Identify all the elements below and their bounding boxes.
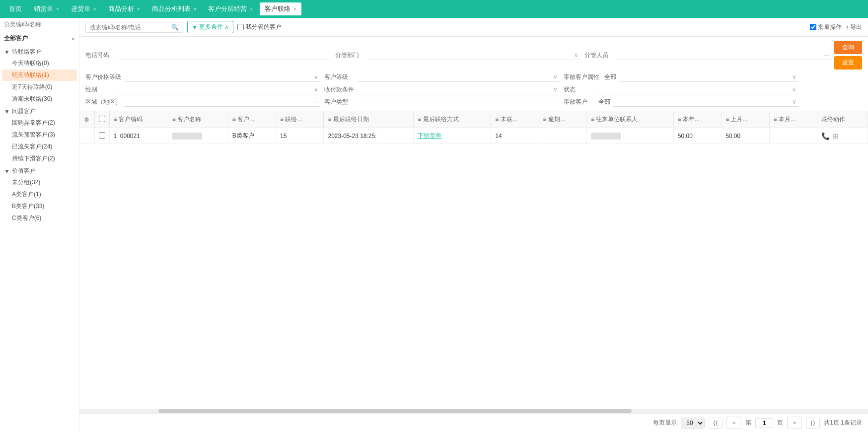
header-last-contact-date[interactable]: ≡ 最后联络日期 xyxy=(324,111,414,128)
search-input[interactable] xyxy=(90,24,169,31)
all-customers-header[interactable]: 全部客户 « xyxy=(0,31,79,46)
row-this-month-0 xyxy=(769,128,817,144)
nav-item-product-analysis[interactable]: 商品分析× xyxy=(103,2,145,15)
payment-select[interactable]: ∨ xyxy=(357,85,559,94)
page-unit-label: 页 xyxy=(777,419,783,427)
sidebar-item-churn-warning[interactable]: 流失预警客户(3) xyxy=(2,129,77,141)
sidebar-search-input[interactable] xyxy=(4,21,78,28)
payment-label: 收付款条件 xyxy=(324,85,354,94)
nav-close-product-analysis[interactable]: × xyxy=(137,6,140,12)
table-row: 1 000021 B类客户 15 2023-05-23 18:25: 下销货单 … xyxy=(79,128,868,144)
header-last-contact-method[interactable]: ≡ 最后联络方式 xyxy=(414,111,491,128)
phone-label: 电话号码 xyxy=(85,51,115,60)
sidebar-group-title-0[interactable]: ▼待联络客户 xyxy=(0,46,79,57)
person-field: 分管人员 ··· xyxy=(584,51,830,60)
person-select[interactable]: ··· xyxy=(617,51,830,60)
nav-close-customer-contact[interactable]: × xyxy=(293,6,296,12)
header-uncontacted[interactable]: ≡ 未联... xyxy=(491,111,539,128)
nav-item-sales[interactable]: 销货单× xyxy=(29,2,64,15)
filter-icon: ▼ xyxy=(192,24,198,31)
status-select[interactable]: ∨ xyxy=(596,85,798,94)
area-dots-icon[interactable]: ··· xyxy=(313,98,318,105)
filter-row-1: 电话号码 分管部门 ∨ 分管人员 ··· 查询 设置 xyxy=(85,41,862,70)
header-contact-count[interactable]: ≡ 联络... xyxy=(276,111,324,128)
header-last-month[interactable]: ≡ 上月... xyxy=(722,111,769,128)
area-select[interactable]: ··· xyxy=(124,97,320,107)
customer-name-label: ≡ 客户名称 xyxy=(172,116,201,123)
dept-select[interactable]: ∨ xyxy=(368,51,581,60)
my-customer-checkbox[interactable] xyxy=(237,24,244,30)
action-phone-icon-0[interactable]: 📞 xyxy=(821,132,830,140)
header-this-month[interactable]: ≡ 本月... xyxy=(769,111,817,128)
sidebar-item-class-b[interactable]: B类客户(33) xyxy=(2,201,77,212)
price-level-select[interactable]: ∨ xyxy=(124,72,320,82)
header-contact-person[interactable]: ≡ 往来单位联系人 xyxy=(586,111,673,128)
page-number-input[interactable] xyxy=(755,418,773,428)
nav-item-customer-contact[interactable]: 客户联络× xyxy=(260,2,301,15)
sidebar-group-title-2[interactable]: ▼价值客户 xyxy=(0,165,79,176)
row-code-0: 1 000021 xyxy=(109,128,168,144)
header-customer-code[interactable]: ≡ 客户编码 xyxy=(109,111,168,128)
sidebar-item-churned[interactable]: 已流失客户(24) xyxy=(2,141,77,152)
prev-page-button[interactable]: ＜ xyxy=(726,417,741,429)
sidebar-item-declining[interactable]: 持续下滑客户(2) xyxy=(2,153,77,164)
dept-field: 分管部门 ∨ xyxy=(335,51,581,60)
sidebar-item-today[interactable]: 今天待联络(0) xyxy=(2,58,77,69)
customer-level-select[interactable]: ∨ xyxy=(357,72,559,82)
last-page-button[interactable]: ⟩⟩ xyxy=(806,418,820,429)
phone-field: 电话号码 xyxy=(85,51,331,60)
header-this-year[interactable]: ≡ 本年... xyxy=(673,111,721,128)
page-label: 第 xyxy=(745,419,751,427)
phone-input[interactable] xyxy=(118,51,331,60)
nav-item-product-analysis-list[interactable]: 商品分析列表× xyxy=(147,2,202,15)
this-month-label: ≡ 本月... xyxy=(774,116,796,123)
sidebar-item-class-a[interactable]: A类客户(1) xyxy=(2,189,77,200)
first-page-button[interactable]: ⟨⟨ xyxy=(709,418,723,429)
header-contact-action: 联络动作 xyxy=(817,111,868,128)
more-filter-button[interactable]: ▼ 更多条件 ∧ xyxy=(187,21,233,33)
header-customer-name[interactable]: ≡ 客户名称 xyxy=(168,111,228,128)
sidebar-item-repurchase-abnormal[interactable]: 回购异常客户(2) xyxy=(2,117,77,129)
retail-customer-select[interactable]: ∨ xyxy=(613,97,798,107)
area-label: 区域（地区） xyxy=(85,98,121,106)
select-all-checkbox[interactable] xyxy=(99,116,105,122)
nav-close-sales[interactable]: × xyxy=(56,6,59,12)
header-overdue[interactable]: ≡ 逾期... xyxy=(539,111,586,128)
nav-item-customer-tier[interactable]: 客户分层经营× xyxy=(203,2,258,15)
export-button[interactable]: ↑ 导出 xyxy=(846,23,862,31)
person-dots-icon[interactable]: ··· xyxy=(823,52,828,59)
price-level-field: 客户价格等级 ∨ xyxy=(85,72,320,82)
next-page-button[interactable]: ＞ xyxy=(787,417,802,429)
sidebar-group-title-1[interactable]: ▼问题客户 xyxy=(0,105,79,117)
action-grid-icon-0[interactable]: ⊞ xyxy=(833,132,839,140)
query-button[interactable]: 查询 xyxy=(834,41,862,54)
gender-select[interactable]: ∨ xyxy=(118,85,320,94)
batch-checkbox[interactable] xyxy=(810,24,816,30)
sidebar-item-tomorrow[interactable]: 明天待联络(1) xyxy=(2,70,77,81)
last-method-link-0[interactable]: 下销货单 xyxy=(418,132,441,139)
sidebar-item-ungrouped[interactable]: 未分组(32) xyxy=(2,177,77,188)
nav-close-customer-tier[interactable]: × xyxy=(250,6,253,12)
search-icon[interactable]: 🔍 xyxy=(171,24,179,31)
total-info: 共1页 1条记录 xyxy=(824,419,862,427)
sidebar-item-overdue[interactable]: 逾期未联络(30) xyxy=(2,93,77,105)
nav-close-product-analysis-list[interactable]: × xyxy=(194,6,197,12)
horizontal-scrollbar[interactable] xyxy=(79,409,868,413)
scroll-thumb[interactable] xyxy=(158,409,632,413)
customer-type-select[interactable] xyxy=(357,101,559,103)
retail-attr-select[interactable]: ∨ xyxy=(619,72,798,82)
nav-item-purchase[interactable]: 进货单× xyxy=(66,2,101,15)
retail-attr-label: 零散客户属性 xyxy=(564,73,599,81)
retail-customer-label: 零散客户 xyxy=(564,98,593,106)
batch-operate-button[interactable]: 批量操作 xyxy=(810,23,842,31)
sidebar-item-week[interactable]: 近7天待联络(0) xyxy=(2,81,77,93)
nav-item-home[interactable]: 首页 xyxy=(4,2,27,15)
setting-button[interactable]: 设置 xyxy=(834,56,862,70)
row-last-month-0: 50.00 xyxy=(722,128,769,144)
nav-close-purchase[interactable]: × xyxy=(93,6,96,12)
header-settings[interactable]: ⚙ xyxy=(79,111,94,128)
page-size-select[interactable]: 50 xyxy=(681,418,705,429)
sidebar-item-class-c[interactable]: C类客户(6) xyxy=(2,213,77,224)
row-check-0[interactable] xyxy=(99,132,105,139)
header-customer-type[interactable]: ≡ 客户... xyxy=(228,111,276,128)
